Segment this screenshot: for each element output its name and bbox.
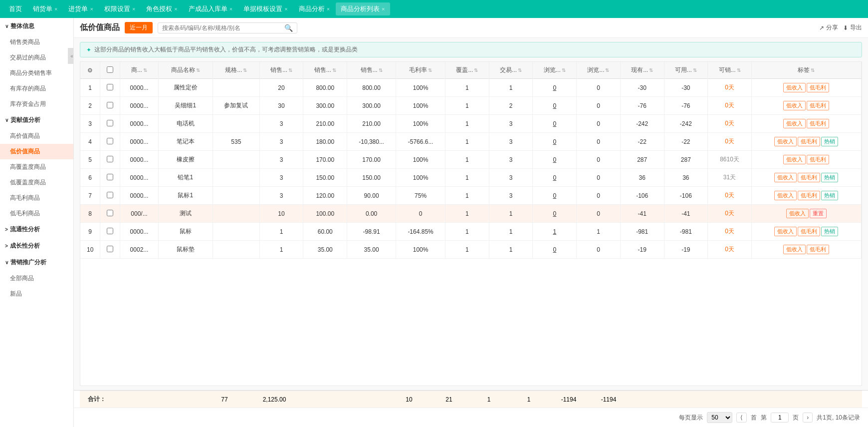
view-count-link[interactable]: 0 xyxy=(553,210,556,217)
nav-close-icon[interactable]: × xyxy=(229,6,232,12)
row-select-checkbox[interactable] xyxy=(107,120,113,126)
nav-item-商品分析列表[interactable]: 商品分析列表× xyxy=(336,2,390,15)
sidebar-item-销售类商品[interactable]: 销售类商品 xyxy=(0,34,73,50)
nav-close-icon[interactable]: × xyxy=(132,6,135,12)
col-header-spec[interactable]: 规格...⇅ xyxy=(213,62,259,79)
row-select-checkbox[interactable] xyxy=(107,192,113,198)
nav-close-icon[interactable]: × xyxy=(90,6,93,12)
row-select-checkbox[interactable] xyxy=(107,210,113,216)
nav-item-进货单[interactable]: 进货单× xyxy=(63,2,98,15)
page-number-input[interactable] xyxy=(771,413,789,423)
export-button[interactable]: ⬇ 导出 xyxy=(843,23,862,32)
col-header-coverage[interactable]: 覆盖...⇅ xyxy=(445,62,489,79)
col-header-margin[interactable]: 毛利率⇅ xyxy=(396,62,445,79)
nav-item-单据模板设置[interactable]: 单据模板设置× xyxy=(238,2,292,15)
view-count-link[interactable]: 0 xyxy=(553,246,556,253)
sidebar-item-全部商品[interactable]: 全部商品 xyxy=(0,271,73,286)
col-header-name[interactable]: 商品名称⇅ xyxy=(158,62,213,79)
sort-icon[interactable]: ⇅ xyxy=(196,67,200,73)
sort-icon[interactable]: ⇅ xyxy=(605,67,609,73)
sort-icon[interactable]: ⇅ xyxy=(428,67,432,73)
sort-icon[interactable]: ⇅ xyxy=(518,67,522,73)
nav-close-icon[interactable]: × xyxy=(54,6,57,12)
row-select-checkbox[interactable] xyxy=(107,84,113,90)
col-header-stock_sale[interactable]: 可销...⇅ xyxy=(708,62,752,79)
sidebar-section-成长性分析[interactable]: >成长性分析 xyxy=(0,238,73,254)
sidebar-item-高毛利商品[interactable]: 高毛利商品 xyxy=(0,190,73,206)
filter-button[interactable]: 近一月 xyxy=(125,22,153,33)
nav-item-销货单[interactable]: 销货单× xyxy=(28,2,62,15)
row-select-checkbox[interactable] xyxy=(107,156,113,162)
view-count-link[interactable]: 0 xyxy=(553,138,556,145)
col-header-trade[interactable]: 交易...⇅ xyxy=(489,62,533,79)
view-count-link[interactable]: 0 xyxy=(553,174,556,181)
nav-item-角色授权[interactable]: 角色授权× xyxy=(141,2,182,15)
row-select-checkbox[interactable] xyxy=(107,228,113,234)
sidebar-item-新品[interactable]: 新品 xyxy=(0,286,73,302)
sort-icon[interactable]: ⇅ xyxy=(693,67,697,73)
sidebar-item-库存资金占用[interactable]: 库存资金占用 xyxy=(0,96,73,112)
nav-item-产成品入库单[interactable]: 产成品入库单× xyxy=(184,2,237,15)
sidebar-item-有库存的商品[interactable]: 有库存的商品 xyxy=(0,81,73,96)
search-input[interactable] xyxy=(162,24,284,31)
settings-icon[interactable]: ⚙ xyxy=(87,67,93,74)
col-header-stock_avail[interactable]: 可用...⇅ xyxy=(664,62,708,79)
sort-icon[interactable]: ⇅ xyxy=(332,67,336,73)
view-count-link[interactable]: 0 xyxy=(553,102,556,109)
nav-item-权限设置[interactable]: 权限设置× xyxy=(99,2,140,15)
col-header-checkbox[interactable] xyxy=(100,62,120,79)
sort-icon[interactable]: ⇅ xyxy=(288,67,292,73)
row-select-checkbox[interactable] xyxy=(107,138,113,144)
select-all-checkbox[interactable] xyxy=(107,66,113,73)
sort-icon[interactable]: ⇅ xyxy=(379,67,383,73)
page-size-select[interactable]: 50 100 200 xyxy=(707,412,732,423)
row-select-checkbox[interactable] xyxy=(107,246,113,252)
col-header-view2[interactable]: 浏览...⇅ xyxy=(577,62,621,79)
sidebar-item-低覆盖度商品[interactable]: 低覆盖度商品 xyxy=(0,175,73,190)
view-count-link[interactable]: 0 xyxy=(553,120,556,127)
first-page-btn[interactable]: ⟨ xyxy=(736,413,747,423)
sort-icon[interactable]: ⇅ xyxy=(474,67,478,73)
row-select-checkbox[interactable] xyxy=(107,102,113,108)
sort-icon[interactable]: ⇅ xyxy=(649,67,653,73)
sidebar-item-交易过的商品[interactable]: 交易过的商品 xyxy=(0,50,73,65)
sort-icon[interactable]: ⇅ xyxy=(737,67,741,73)
sidebar-item-高覆盖度商品[interactable]: 高覆盖度商品 xyxy=(0,159,73,175)
sidebar-section-整体信息[interactable]: ∨整体信息 xyxy=(0,18,73,34)
col-header-stock_cur[interactable]: 现有...⇅ xyxy=(620,62,664,79)
sidebar-section-贡献值分析[interactable]: ∨贡献值分析 xyxy=(0,112,73,128)
row-select-checkbox[interactable] xyxy=(107,174,113,180)
sort-icon[interactable]: ⇅ xyxy=(562,67,566,73)
nav-close-icon[interactable]: × xyxy=(382,6,385,12)
sidebar-item-低价值商品[interactable]: 低价值商品 xyxy=(0,144,73,159)
col-header-tags[interactable]: 标签⇅ xyxy=(751,62,861,79)
next-page-btn[interactable]: › xyxy=(803,413,813,423)
view-count-link[interactable]: 0 xyxy=(553,192,556,199)
view-count-link[interactable]: 1 xyxy=(553,228,556,235)
nav-close-icon[interactable]: × xyxy=(174,6,177,12)
sidebar-section-流通性分析[interactable]: >流通性分析 xyxy=(0,221,73,238)
total-label: 合计： xyxy=(80,395,200,404)
sort-icon[interactable]: ⇅ xyxy=(143,67,147,73)
col-header-code[interactable]: 商...⇅ xyxy=(120,62,158,79)
share-button[interactable]: ↗ 分享 xyxy=(819,23,838,32)
search-icon[interactable]: 🔍 xyxy=(284,24,293,32)
sidebar-item-商品分类销售率[interactable]: 商品分类销售率 xyxy=(0,65,73,81)
col-header-view1[interactable]: 浏览...⇅ xyxy=(533,62,577,79)
sidebar-collapse-btn[interactable]: « xyxy=(68,48,74,64)
nav-close-icon[interactable]: × xyxy=(327,6,330,12)
nav-close-icon[interactable]: × xyxy=(284,6,287,12)
nav-item-首页[interactable]: 首页 xyxy=(4,2,27,15)
col-header-sale_qty[interactable]: 销售...⇅ xyxy=(259,62,303,79)
view-count-link[interactable]: 0 xyxy=(553,156,556,163)
col-header-settings[interactable]: ⚙ xyxy=(80,62,100,79)
nav-item-商品分析[interactable]: 商品分析× xyxy=(294,2,335,15)
sort-icon[interactable]: ⇅ xyxy=(811,67,815,73)
sidebar-section-营销推广分析[interactable]: ∨营销推广分析 xyxy=(0,254,73,271)
col-header-sale_amt[interactable]: 销售...⇅ xyxy=(303,62,347,79)
sidebar-item-高价值商品[interactable]: 高价值商品 xyxy=(0,128,73,144)
sidebar-item-低毛利商品[interactable]: 低毛利商品 xyxy=(0,206,73,221)
sort-icon[interactable]: ⇅ xyxy=(243,67,247,73)
col-header-sale_profit[interactable]: 销售...⇅ xyxy=(347,62,396,79)
view-count-link[interactable]: 0 xyxy=(553,84,556,91)
